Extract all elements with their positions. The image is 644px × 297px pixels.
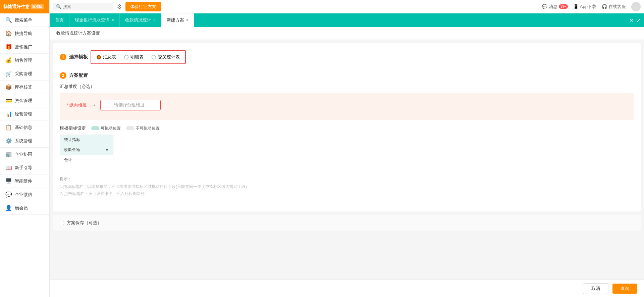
- template-detail[interactable]: 明细表: [124, 54, 144, 60]
- sidebar-item-label: 销售管理: [15, 57, 32, 63]
- step1-badge: 1: [60, 54, 66, 60]
- sidebar-item-smart-hw[interactable]: 🖥️ 智能硬件: [0, 175, 49, 188]
- tab-home[interactable]: 首页: [50, 13, 69, 27]
- sidebar-logo: 畅捷通好生意 标准版: [0, 0, 49, 13]
- user-icon: 👤: [5, 205, 12, 211]
- query-button[interactable]: 查询: [612, 284, 637, 294]
- save-section: 方案保存（可选）: [53, 215, 641, 231]
- step1-header: 1 选择模板 汇总表 明细表 交叉统计表: [60, 50, 634, 64]
- building-icon: 🏢: [5, 151, 12, 157]
- topbar-search[interactable]: 🔍: [53, 3, 113, 10]
- dimension-selector[interactable]: 请选择分组维度: [100, 100, 161, 110]
- drag-legend-non-draggable: 不可拖动位置: [126, 126, 160, 131]
- tab-new-plan-close[interactable]: ×: [186, 18, 189, 22]
- tab-new-plan-label: 新建方案: [167, 17, 184, 23]
- sidebar-item-sales[interactable]: 💰 销售管理: [0, 54, 49, 67]
- sidebar-item-business[interactable]: 📊 经营管理: [0, 107, 49, 121]
- template-cross[interactable]: 交叉统计表: [152, 54, 180, 60]
- sidebar-item-finance[interactable]: 💳 资金管理: [0, 94, 49, 107]
- sidebar-item-search-menu[interactable]: 🔍 搜索菜单: [0, 13, 49, 27]
- sidebar-item-label: 企业微信: [15, 192, 32, 198]
- tab-collection-stat[interactable]: 收款情况统计 ×: [120, 13, 161, 27]
- sidebar-item-label: 智能硬件: [15, 178, 32, 184]
- support-label: 在线客服: [608, 4, 626, 10]
- sidebar-item-basic-info[interactable]: 📋 基础信息: [0, 121, 49, 134]
- tab-bank-flow[interactable]: 现金银行流水查询 ×: [69, 13, 120, 27]
- metrics-table-header: 统计指标: [60, 135, 113, 145]
- cell-dropdown-icon[interactable]: ▼: [105, 148, 109, 152]
- template-options: 汇总表 明细表 交叉统计表: [91, 50, 186, 64]
- sidebar-item-wechat[interactable]: 💬 企业微信: [0, 188, 49, 201]
- sidebar-item-system[interactable]: ⚙️ 系统管理: [0, 134, 49, 148]
- footer-bar: 取消 查询: [50, 280, 644, 297]
- save-checkbox[interactable]: [60, 221, 64, 225]
- topbar: 🔍 ⚙ 体验行业方案 💬 消息 99+ 📱 App下载 🎧 在线客服: [50, 0, 644, 13]
- template-detail-label: 明细表: [130, 54, 144, 60]
- template-summary-radio[interactable]: [97, 55, 101, 59]
- version-badge: 标准版: [31, 4, 44, 9]
- user-avatar[interactable]: [631, 2, 641, 11]
- sidebar-item-label: 基础信息: [15, 125, 32, 131]
- template-summary-label: 汇总表: [103, 54, 116, 60]
- close-all-icon[interactable]: ✕: [629, 17, 634, 23]
- sidebar-item-label: 搜索菜单: [15, 17, 32, 23]
- metrics-cell-collection[interactable]: 收款金额 ▼: [60, 145, 113, 155]
- step2-badge: 2: [60, 72, 66, 79]
- sidebar-item-label: 资金管理: [15, 98, 32, 104]
- sidebar-item-label: 库存核算: [15, 84, 32, 90]
- search-icon: 🔍: [5, 17, 12, 23]
- dimension-area: 纵向维度 → 请选择分组维度: [60, 93, 634, 120]
- money-icon: 💰: [5, 57, 12, 63]
- sidebar-item-label: 经营管理: [15, 111, 32, 117]
- tab-bank-flow-close[interactable]: ×: [112, 18, 114, 22]
- template-summary[interactable]: 汇总表: [97, 54, 116, 60]
- book-icon: 📖: [5, 164, 12, 171]
- cancel-button[interactable]: 取消: [583, 283, 608, 294]
- clipboard-icon: 📋: [5, 124, 12, 131]
- content-area: 收款情况统计方案设置 1 选择模板 汇总表 明细表: [50, 27, 644, 280]
- home-icon: 🏠: [5, 30, 12, 37]
- tips-item-2: 2. 点击标题栏下拉可设置排序、插入列和删除列: [60, 191, 634, 197]
- metrics-section: 模板指标设定 可拖动位置 不可拖动位置: [60, 125, 634, 165]
- download-icon: 📱: [573, 4, 579, 9]
- support-icon: 🎧: [602, 4, 607, 9]
- metrics-table: 统计指标 收款金额 ▼ 合计: [60, 135, 113, 165]
- topbar-right: 💬 消息 99+ 📱 App下载 🎧 在线客服: [542, 2, 641, 11]
- template-cross-label: 交叉统计表: [158, 54, 180, 60]
- tab-collection-stat-label: 收款情况统计: [125, 17, 151, 23]
- page-header: 收款情况统计方案设置: [50, 27, 644, 40]
- gift-icon: 🎁: [5, 44, 12, 50]
- download-item[interactable]: 📱 App下载: [573, 4, 596, 10]
- template-cross-radio[interactable]: [152, 55, 156, 59]
- step2-header: 2 方案配置: [60, 72, 634, 79]
- vertical-dimension-label: 纵向维度: [66, 102, 87, 108]
- template-detail-radio[interactable]: [124, 55, 128, 59]
- sidebar-item-label: 快捷导航: [15, 31, 32, 37]
- tab-collection-stat-close[interactable]: ×: [153, 18, 156, 22]
- expand-icon[interactable]: ⤢: [636, 17, 641, 23]
- tab-new-plan[interactable]: 新建方案 ×: [161, 13, 194, 27]
- sidebar-item-label: 企业协同: [15, 151, 32, 157]
- sidebar-item-enterprise[interactable]: 🏢 企业协同: [0, 148, 49, 161]
- sidebar-item-marketing[interactable]: 🎁 营销推广: [0, 40, 49, 54]
- support-item[interactable]: 🎧 在线客服: [602, 4, 626, 10]
- sidebar-item-member[interactable]: 👤 畅会员: [0, 201, 49, 215]
- step1-title: 选择模板: [69, 54, 88, 60]
- industry-btn[interactable]: 体验行业方案: [125, 2, 161, 11]
- tab-bank-flow-label: 现金银行流水查询: [75, 17, 110, 23]
- sidebar-item-purchase[interactable]: 🛒 采购管理: [0, 67, 49, 81]
- sidebar-item-inventory[interactable]: 📦 库存核算: [0, 81, 49, 94]
- draggable-indicator: [91, 126, 99, 130]
- box-icon: 📦: [5, 84, 12, 90]
- metrics-header: 模板指标设定 可拖动位置 不可拖动位置: [60, 125, 634, 131]
- gear-settings-icon[interactable]: ⚙: [117, 3, 122, 10]
- tips-section: 提示： 1.拖动标题栏可以调整布局，不可跨维度或指标区域拖动栏目字段(只能在同一…: [60, 172, 634, 197]
- search-input[interactable]: [63, 4, 103, 9]
- chart-icon: 📊: [5, 111, 12, 117]
- summary-dimension-title: 汇总维度（必选）: [60, 84, 634, 90]
- sidebar-item-quick-nav[interactable]: 🏠 快捷导航: [0, 27, 49, 40]
- config-section: 汇总维度（必选） 纵向维度 → 请选择分组维度 模板指标设定: [60, 84, 634, 165]
- tips-item-1: 1.拖动标题栏可以调整布局，不可跨维度或指标区域拖动栏目字段(只能在同一维度或指…: [60, 184, 634, 190]
- message-item[interactable]: 💬 消息 99+: [542, 4, 568, 10]
- sidebar-item-guide[interactable]: 📖 新手引导: [0, 161, 49, 175]
